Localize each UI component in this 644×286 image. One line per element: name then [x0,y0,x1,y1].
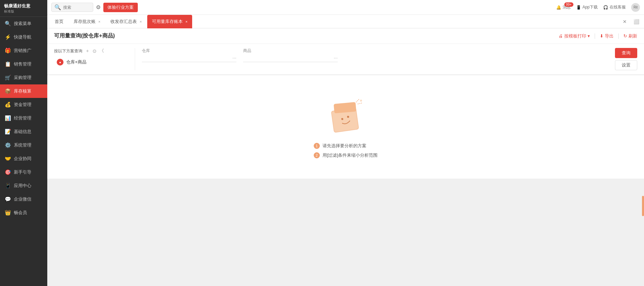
filter-settings-btn[interactable]: ⊙ [93,48,97,54]
sidebar-item-operation[interactable]: 📊经营管理 [0,111,47,125]
member-icon: 👑 [5,210,11,216]
page-actions: 🖨 按模板打印 ▾ ⬇ 导出 ↻ 刷新 [559,33,637,39]
divider2 [618,33,619,39]
page-content: 可用量查询(按仓库+商品) 🖨 按模板打印 ▾ ⬇ 导出 ↻ 刷新 [47,28,644,286]
main-area: 🔍 ⚙ 体验行业方案 🔔 消息 99+ 📱 App下载 🎧 在线客服 Rit [47,0,644,286]
query-btn[interactable]: 查询 [615,48,637,58]
online-service-btn[interactable]: 🎧 在线客服 [603,4,626,10]
export-btn[interactable]: ⬇ 导出 [600,33,614,39]
scheme-warehouse-product[interactable]: ● 仓库+商品 [54,57,129,68]
tab-label-batch-ledger: 库存批次账 [74,19,96,25]
enterprise-icon: 🤝 [5,156,11,162]
finance-icon: 💰 [5,102,11,108]
sidebar-label-apps: 应用中心 [14,183,31,189]
top-header: 🔍 ⚙ 体验行业方案 🔔 消息 99+ 📱 App下载 🎧 在线客服 Rit [47,0,644,15]
avatar[interactable]: Rit [631,3,640,12]
sidebar-label-operation: 经营管理 [14,115,31,121]
right-scrollbar[interactable] [642,196,644,216]
sidebar-item-wechat[interactable]: 💬企业微信 [0,192,47,206]
filter-panel: 按以下方案查询 ＋ ⊙ 《 ● 仓库+商品 仓库 ··· [47,44,644,75]
print-chevron-icon: ▾ [588,33,590,38]
sidebar-item-inventory[interactable]: 📦库存核算 [0,84,47,98]
sidebar-item-shortcut[interactable]: ⚡快捷导航 [0,30,47,44]
shortcut-icon: ⚡ [5,34,11,40]
product-input[interactable] [243,55,332,60]
filter-collapse-btn[interactable]: 《 [99,48,104,54]
sidebar-item-marketing[interactable]: 🎁营销推广 [0,44,47,57]
bell-icon: 🔔 [556,5,561,10]
page-header: 可用量查询(按仓库+商品) 🖨 按模板打印 ▾ ⬇ 导出 ↻ 刷新 [47,28,644,44]
svg-point-7 [360,100,362,102]
wechat-icon: 💬 [5,196,11,202]
sidebar-item-member[interactable]: 👑畅会员 [0,206,47,219]
filter-title-label: 按以下方案查询 [54,48,82,54]
settings-icon[interactable]: ⚙ [96,4,101,10]
tab-batch-ledger[interactable]: 库存批次账× [69,15,105,28]
filter-right: 仓库 ··· 商品 ··· 查询 设置 [135,48,637,70]
export-icon: ⬇ [600,33,603,38]
print-btn[interactable]: 🖨 按模板打印 ▾ [559,33,590,39]
sidebar-label-purchase: 采购管理 [14,75,31,81]
empty-hints: 1 请先选择要分析的方案 2 用[过滤]条件来缩小分析范围 [314,143,378,158]
online-service-label: 在线客服 [610,4,626,10]
tab-close-available-ledger[interactable]: × [185,20,187,24]
sidebar-label-enterprise: 企业协同 [14,156,31,162]
close-window-btn[interactable]: ✕ [621,18,629,25]
sidebar: 畅康通好生意 标准版 🔍搜索菜单⚡快捷导航🎁营销推广📋销售管理🛒采购管理📦库存核… [0,0,47,286]
product-label: 商品 [243,48,338,54]
sidebar-label-marketing: 营销推广 [14,48,31,54]
industry-btn[interactable]: 体验行业方案 [103,3,138,12]
sidebar-label-basic: 基础信息 [14,129,31,135]
logo-sub: 标准版 [4,9,43,14]
tab-close-batch-ledger[interactable]: × [98,20,100,24]
sidebar-label-wechat: 企业微信 [14,196,31,202]
sidebar-item-system[interactable]: ⚙️系统管理 [0,138,47,152]
sidebar-item-guide[interactable]: 🎯新手引导 [0,165,47,179]
warehouse-input[interactable] [142,55,231,60]
hint-item-2: 2 用[过滤]条件来缩小分析范围 [314,152,378,158]
inventory-icon: 📦 [5,88,11,94]
refresh-label: 刷新 [628,33,637,39]
guide-icon: 🎯 [5,169,11,175]
settings-btn[interactable]: 设置 [615,60,637,70]
search-input[interactable] [63,5,90,10]
notifications-btn[interactable]: 🔔 消息 99+ [556,4,571,10]
warehouse-input-wrapper: ··· [142,55,236,62]
sidebar-item-finance[interactable]: 💰资金管理 [0,98,47,111]
hint-num-2: 2 [314,152,320,158]
sidebar-item-purchase[interactable]: 🛒采购管理 [0,71,47,84]
search-icon: 🔍 [54,4,61,10]
tab-close-receipt-summary[interactable]: × [139,20,141,24]
filter-actions: 查询 设置 [615,48,637,70]
warehouse-more-btn[interactable]: ··· [232,55,236,60]
refresh-icon: ↻ [623,33,627,38]
hint-text-1: 请先选择要分析的方案 [323,143,366,149]
app-download-label: App下载 [583,4,598,10]
app-download-btn[interactable]: 📱 App下载 [576,4,598,10]
sales-icon: 📋 [5,61,11,67]
tab-receipt-summary[interactable]: 收发存汇总表× [106,15,146,28]
sidebar-item-enterprise[interactable]: 🤝企业协同 [0,152,47,165]
tab-home[interactable]: 首页 [50,15,68,28]
empty-state: 1 请先选择要分析的方案 2 用[过滤]条件来缩小分析范围 [47,75,644,179]
logo-title: 畅康通好生意 [4,3,43,9]
tab-available-ledger[interactable]: 可用量库存账本× [147,15,192,28]
sidebar-item-apps[interactable]: 📱应用中心 [0,179,47,192]
sidebar-item-basic[interactable]: 📝基础信息 [0,125,47,138]
username-label: Rit [634,5,638,9]
scheme-label: 仓库+商品 [66,59,86,65]
refresh-btn[interactable]: ↻ 刷新 [623,33,637,39]
maximize-btn[interactable]: ⬜ [632,18,641,25]
sidebar-item-search[interactable]: 🔍搜索菜单 [0,17,47,30]
sidebar-item-sales[interactable]: 📋销售管理 [0,57,47,71]
hint-num-1: 1 [314,143,320,149]
search-box[interactable]: 🔍 [51,3,93,12]
purchase-icon: 🛒 [5,75,11,81]
filter-add-btn[interactable]: ＋ [85,48,90,54]
search-icon: 🔍 [5,21,11,27]
warehouse-field: 仓库 ··· [142,48,236,62]
filter-left: 按以下方案查询 ＋ ⊙ 《 ● 仓库+商品 [54,48,135,70]
print-label: 按模板打印 [564,33,586,39]
product-more-btn[interactable]: ··· [334,55,338,60]
sidebar-label-search: 搜索菜单 [14,21,31,27]
